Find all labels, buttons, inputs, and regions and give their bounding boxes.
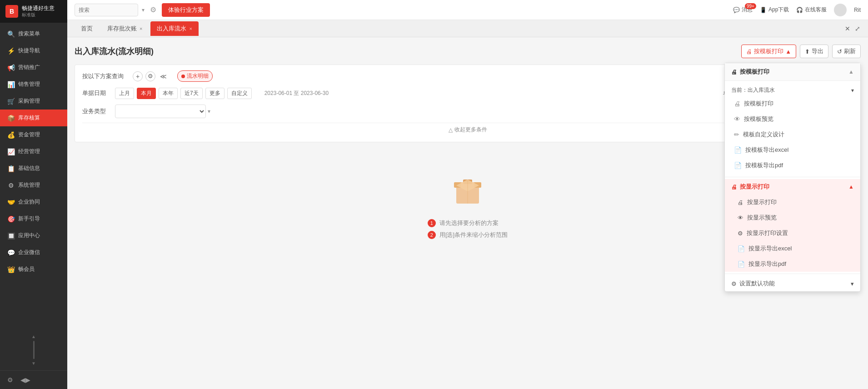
template-print-label: 按模板打印 <box>744 100 773 108</box>
settings-icon[interactable]: ⚙ <box>7 376 13 384</box>
printer-icon-header: 🖨 <box>731 69 737 75</box>
tab-inventory[interactable]: 库存批次账× <box>101 21 149 36</box>
export-btn[interactable]: ⬆ 导出 <box>800 45 828 58</box>
avatar[interactable] <box>834 4 847 16</box>
marketing-icon: 📢 <box>7 64 15 71</box>
apps-label: 应用中心 <box>18 232 40 239</box>
display-settings-item[interactable]: ⚙ 按显示打印设置 <box>725 225 860 241</box>
page-content: 出入库流水(流水明细) 🖨 按模板打印 ▲ ⬆ 导出 ↺ 刷新 <box>67 37 868 389</box>
close-window-btn[interactable]: ✕ <box>844 25 851 32</box>
sidebar-item-newbie[interactable]: 🎯新手引导 <box>0 210 67 227</box>
username-label[interactable]: Rit <box>854 7 861 13</box>
sidebar-item-purchase[interactable]: 🛒采购管理 <box>0 93 67 110</box>
tab-close-inventory[interactable]: × <box>140 26 142 31</box>
sidebar-item-collab[interactable]: 🤝企业协同 <box>0 194 67 210</box>
sidebar-item-sales[interactable]: 📊销售管理 <box>0 76 67 93</box>
print-arrow-icon[interactable]: ▲ <box>785 48 791 55</box>
print-divider <box>725 177 860 177</box>
header-search: ▾ <box>75 4 145 16</box>
default-function-item[interactable]: ⚙ 设置默认功能 ▾ <box>725 276 860 291</box>
collapse-label: 收起更多条件 <box>454 126 487 134</box>
weixin-icon: 💬 <box>7 249 15 256</box>
display-excel-label: 按显示导出excel <box>748 244 792 253</box>
phone-icon: 📱 <box>760 7 767 13</box>
date-btn-更多[interactable]: 更多 <box>205 88 224 99</box>
sidebar-item-basic[interactable]: 📋基础信息 <box>0 160 67 177</box>
sidebar-item-quick[interactable]: ⚡快捷导航 <box>0 42 67 59</box>
sidebar-item-marketing[interactable]: 📢营销推广 <box>0 59 67 76</box>
template-preview-label: 按模板预览 <box>744 115 773 123</box>
app-download-btn[interactable]: 📱 App下载 <box>760 6 789 14</box>
tab-flow[interactable]: 出入库流水× <box>150 21 198 36</box>
scroll-down-btn[interactable]: ▼ <box>30 360 37 367</box>
filter-collapse-btn[interactable]: ≪ <box>158 71 168 81</box>
display-pdf-item[interactable]: 📄 按显示导出pdf <box>725 256 860 272</box>
basic-icon: 📋 <box>7 165 15 172</box>
search-arrow-icon[interactable]: ▾ <box>142 7 145 13</box>
default-function-label: 设置默认功能 <box>739 279 775 288</box>
sidebar-item-weixin[interactable]: 💬企业微信 <box>0 244 67 261</box>
printer-icon: 🖨 <box>746 48 752 55</box>
filter-settings-btn[interactable]: ⚙ <box>145 71 155 81</box>
sidebar-item-search[interactable]: 🔍搜索菜单 <box>0 25 67 42</box>
maximize-window-btn[interactable]: ⤢ <box>854 25 861 32</box>
sidebar-item-finance[interactable]: 💰资金管理 <box>0 126 67 143</box>
sidebar-item-operations[interactable]: 📈经营管理 <box>0 143 67 160</box>
member-icon: 👑 <box>7 266 15 273</box>
step-num-1: 1 <box>428 219 436 227</box>
message-icon: 💬 <box>733 7 740 13</box>
template-preview-icon: 👁 <box>734 115 740 123</box>
sidebar-item-system[interactable]: ⚙系统管理 <box>0 177 67 194</box>
template-print-menu-item[interactable]: 🖨 按模板打印 <box>725 96 860 111</box>
filter-add-btn[interactable]: + <box>133 71 143 81</box>
display-print-item[interactable]: 🖨 按显示打印 <box>725 194 860 210</box>
date-range-text: 2023-06-01 至 2023-06-30 <box>264 90 329 97</box>
finance-label: 资金管理 <box>18 131 40 139</box>
biz-type-select[interactable] <box>115 105 206 118</box>
tab-home[interactable]: 首页 <box>75 21 99 36</box>
operations-icon: 📈 <box>7 148 15 155</box>
date-btn-上月[interactable]: 上月 <box>115 88 134 99</box>
page-actions: 🖨 按模板打印 ▲ ⬆ 导出 ↺ 刷新 <box>741 45 861 58</box>
marketing-label: 营销推广 <box>18 64 40 71</box>
trial-btn[interactable]: 体验行业方案 <box>162 3 210 17</box>
message-badge: 99+ <box>745 3 756 9</box>
display-preview-item[interactable]: 👁 按显示预览 <box>725 210 860 225</box>
date-btn-本月[interactable]: 本月 <box>137 88 156 99</box>
sidebar-item-inventory[interactable]: 📦库存核算 <box>0 110 67 126</box>
online-service-btn[interactable]: 🎧 在线客服 <box>796 6 827 14</box>
system-label: 系统管理 <box>18 181 40 189</box>
refresh-btn[interactable]: ↺ 刷新 <box>832 45 861 58</box>
template-preview-menu-item[interactable]: 👁 按模板预览 <box>725 111 860 127</box>
scroll-track <box>33 341 35 359</box>
scroll-up-btn[interactable]: ▲ <box>30 333 37 340</box>
tab-close-flow[interactable]: × <box>189 26 192 31</box>
date-btn-近7天[interactable]: 近7天 <box>180 88 203 99</box>
date-btn-自定义[interactable]: 自定义 <box>227 88 252 99</box>
display-section-collapse-icon[interactable]: ▲ <box>848 184 854 190</box>
print-dropdown-close-icon[interactable]: ▲ <box>848 69 854 75</box>
template-pdf-menu-item[interactable]: 📄 按模板导出pdf <box>725 158 860 173</box>
tab-bar: 首页库存批次账×出入库流水× ✕ ⤢ <box>67 20 868 37</box>
template-custom-menu-item[interactable]: ✏ 模板自定义设计 <box>725 127 860 142</box>
search-input[interactable] <box>75 4 138 16</box>
template-excel-menu-item[interactable]: 📄 按模板导出excel <box>725 142 860 158</box>
biz-type-field: ▾ <box>115 105 287 118</box>
flow-detail-tag[interactable]: 流水明细 <box>177 70 213 82</box>
template-print-btn[interactable]: 🖨 按模板打印 ▲ <box>741 45 796 58</box>
step-2-text: 用[选]条件来缩小分析范围 <box>439 231 508 239</box>
print-label: 按模板打印 <box>754 47 783 55</box>
headset-icon: 🎧 <box>796 7 803 13</box>
weixin-label: 企业微信 <box>18 249 40 256</box>
message-btn[interactable]: 💬 消息 99+ <box>733 6 753 14</box>
collapse-sidebar-icon[interactable]: ◀▶ <box>20 376 30 384</box>
tag-dot <box>181 75 185 78</box>
logo-subtitle: 标准版 <box>22 12 55 18</box>
sidebar-item-member[interactable]: 👑畅会员 <box>0 261 67 278</box>
sidebar-item-apps[interactable]: 🔲应用中心 <box>0 227 67 244</box>
step-num-2: 2 <box>428 231 436 239</box>
display-excel-item[interactable]: 📄 按显示导出excel <box>725 241 860 256</box>
default-function-icon: ⚙ <box>731 280 737 287</box>
gear-icon[interactable]: ⚙ <box>150 5 156 14</box>
date-btn-本年[interactable]: 本年 <box>159 88 178 99</box>
